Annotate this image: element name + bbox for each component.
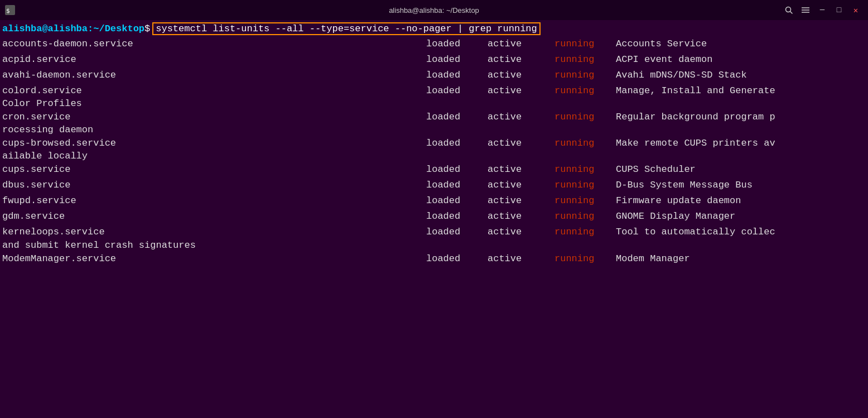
service-row: gdm.serviceloadedactiverunningGNOME Disp… [2,209,868,224]
service-desc-overflow: Color Profiles [2,99,868,108]
service-loaded: loaded [426,162,488,177]
service-row: acpid.serviceloadedactiverunningACPI eve… [2,52,868,68]
service-name: cups-browsed.service [2,136,426,151]
service-running: running [554,224,616,240]
service-running: running [554,83,616,99]
minimize-button[interactable]: ─ [814,2,830,18]
service-running: running [554,136,616,151]
service-loaded: loaded [426,109,488,125]
service-running: running [554,209,616,224]
service-name: dbus.service [2,177,426,193]
service-active: active [488,52,554,68]
service-desc-overflow: ailable locally [2,151,868,161]
prompt-path: :~/Desktop [88,24,144,33]
svg-text:$: $ [6,7,10,15]
service-loaded: loaded [426,68,488,83]
maximize-button[interactable]: □ [831,2,847,18]
service-desc: Modem Manager [616,251,690,267]
service-row: avahi-daemon.serviceloadedactiverunningA… [2,68,868,83]
service-name: avahi-daemon.service [2,68,426,83]
service-active: active [488,36,554,52]
service-running: running [554,68,616,83]
titlebar: $ alishba@alishba: ~/Desktop ─ □ [0,0,868,20]
service-loaded: loaded [426,83,488,99]
service-running: running [554,52,616,68]
service-running: running [554,177,616,193]
svg-line-3 [790,12,793,14]
prompt-dollar: $ [144,24,150,33]
service-desc: GNOME Display Manager [616,209,735,224]
service-desc: Tool to automatically collec [616,224,775,240]
service-active: active [488,193,554,209]
service-row: colord.serviceloadedactiverunningManage,… [2,83,868,99]
service-active: active [488,224,554,240]
service-active: active [488,136,554,151]
service-active: active [488,83,554,99]
service-loaded: loaded [426,251,488,267]
service-loaded: loaded [426,193,488,209]
service-name: cron.service [2,109,426,125]
prompt-line: alishba@alishba:~/Desktop $ systemctl li… [2,22,868,35]
service-desc: Avahi mDNS/DNS-SD Stack [616,68,747,83]
service-active: active [488,251,554,267]
service-running: running [554,251,616,267]
service-active: active [488,162,554,177]
service-desc: ACPI event daemon [616,52,712,68]
service-loaded: loaded [426,177,488,193]
service-name: acpid.service [2,52,426,68]
service-row: fwupd.serviceloadedactiverunningFirmware… [2,193,868,209]
service-loaded: loaded [426,209,488,224]
service-name: colord.service [2,83,426,99]
window-title: alishba@alishba: ~/Desktop [389,6,479,15]
service-running: running [554,36,616,52]
service-row: accounts-daemon.serviceloadedactiverunni… [2,36,868,52]
terminal-icon: $ [4,4,16,16]
service-row: cups-browsed.serviceloadedactiverunningM… [2,136,868,151]
service-running: running [554,109,616,125]
service-active: active [488,68,554,83]
service-row: ModemManager.serviceloadedactiverunningM… [2,251,868,267]
service-running: running [554,193,616,209]
service-desc: Accounts Service [616,36,707,52]
close-button[interactable]: ✕ [848,2,864,18]
service-row: dbus.serviceloadedactiverunningD-Bus Sys… [2,177,868,193]
services-list: accounts-daemon.serviceloadedactiverunni… [2,36,868,267]
service-active: active [488,109,554,125]
service-desc: CUPS Scheduler [616,162,696,177]
service-loaded: loaded [426,36,488,52]
service-desc: Make remote CUPS printers av [616,136,775,151]
service-active: active [488,209,554,224]
prompt-command[interactable]: systemctl list-units --all --type=servic… [152,22,541,35]
service-name: kerneloops.service [2,224,426,240]
service-running: running [554,162,616,177]
service-desc-overflow: rocessing daemon [2,125,868,134]
service-name: fwupd.service [2,193,426,209]
service-desc: Firmware update daemon [616,193,741,209]
service-name: gdm.service [2,209,426,224]
terminal-content: alishba@alishba:~/Desktop $ systemctl li… [0,20,868,418]
service-desc: Manage, Install and Generate [616,83,775,99]
service-loaded: loaded [426,136,488,151]
prompt-user: alishba@alishba [2,24,88,33]
service-loaded: loaded [426,52,488,68]
service-loaded: loaded [426,224,488,240]
titlebar-controls: ─ □ ✕ [781,2,864,18]
service-desc-overflow: and submit kernel crash signatures [2,241,868,250]
service-name: cups.service [2,162,426,177]
service-desc: D-Bus System Message Bus [616,177,753,193]
terminal-window: $ alishba@alishba: ~/Desktop ─ □ [0,0,868,418]
service-active: active [488,177,554,193]
service-row: kerneloops.serviceloadedactiverunningToo… [2,224,868,240]
search-button[interactable] [781,2,797,18]
menu-button[interactable] [798,2,813,18]
titlebar-left: $ [4,4,16,16]
service-desc: Regular background program p [616,109,775,125]
service-name: ModemManager.service [2,251,426,267]
service-row: cups.serviceloadedactiverunningCUPS Sche… [2,162,868,177]
service-row: cron.serviceloadedactiverunningRegular b… [2,109,868,125]
service-name: accounts-daemon.service [2,36,426,52]
